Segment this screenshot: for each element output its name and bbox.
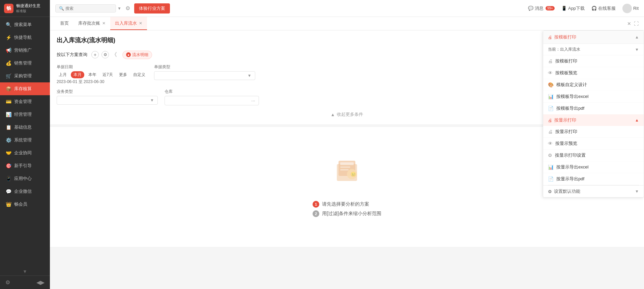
rp-template-excel[interactable]: 📊 按模板导出excel (543, 91, 644, 103)
topbar: 🔍 ▼ ⚙ 体验行业方案 💬 消息 99+ 📱 App下载 🎧 在线客服 Rit (50, 0, 644, 17)
sidebar-item-search[interactable]: 🔍 搜索菜单 (0, 18, 50, 31)
basic-icon: 📋 (5, 124, 11, 130)
sidebar-item-inventory[interactable]: 📦 库存核算 (0, 82, 50, 95)
settings-icon[interactable]: ⚙ (5, 279, 10, 286)
filter-collapse-icon[interactable]: 《 (112, 51, 117, 58)
sidebar-item-operations[interactable]: 📊 经营管理 (0, 108, 50, 121)
toggle-sidebar-icon[interactable]: ◀▶ (36, 279, 45, 286)
finance-icon: 💳 (5, 99, 11, 105)
rp-display-arrow[interactable]: ▲ (635, 118, 639, 123)
date-last-month[interactable]: 上月 (57, 71, 69, 78)
sidebar: 畅 畅捷通好生意 标准版 🔍 搜索菜单 ⚡ 快捷导航 📢 营销推广 💰 销售管理… (0, 0, 50, 289)
date-this-month[interactable]: 本月 (71, 71, 84, 78)
message-icon: 💬 (528, 6, 533, 11)
sidebar-item-label: 采购管理 (14, 73, 32, 79)
sidebar-item-enterprise[interactable]: 🤝 企业协同 (0, 147, 50, 159)
rp-template-preview[interactable]: 👁 按模板预览 (543, 67, 644, 79)
warehouse-more-icon[interactable]: ··· (251, 98, 255, 103)
tab-maximize-icon[interactable]: ⛶ (634, 21, 639, 26)
sidebar-item-member[interactable]: 👑 畅会员 (0, 198, 50, 211)
sidebar-item-sales[interactable]: 💰 销售管理 (0, 57, 50, 70)
rp-header-title: 🖨 按模板打印 (548, 34, 576, 40)
rp-template-print[interactable]: 🖨 按模板打印 (543, 55, 644, 67)
user-avatar-btn[interactable]: Rit (622, 4, 639, 13)
step1-num: 1 (313, 201, 319, 208)
date-this-year[interactable]: 本年 (86, 71, 98, 78)
sidebar-item-finance[interactable]: 💳 资金管理 (0, 95, 50, 108)
rp-default-arrow[interactable]: ▼ (635, 189, 639, 194)
topbar-search-box[interactable]: 🔍 (55, 4, 116, 12)
sidebar-item-label: 企业微信 (14, 188, 32, 194)
sidebar-item-system[interactable]: ⚙️ 系统管理 (0, 134, 50, 147)
rp-display-preview[interactable]: 👁 按显示预览 (543, 138, 644, 150)
appstore-icon: 📱 (5, 176, 11, 182)
svg-rect-3 (340, 166, 350, 168)
rp-header-up-arrow[interactable]: ▲ (635, 35, 639, 40)
collapse-icon: ▲ (331, 112, 335, 117)
date-more[interactable]: 更多 (117, 71, 129, 78)
rp-display-section[interactable]: 🖨 按显示打印 ▲ (543, 114, 644, 126)
rp-ds-icon: ⚙ (548, 153, 552, 158)
rp-display-excel[interactable]: 📊 按显示导出excel (543, 161, 644, 173)
marketing-icon: 📢 (5, 47, 11, 53)
sidebar-item-basic[interactable]: 📋 基础信息 (0, 121, 50, 134)
wechat-icon: 💬 (5, 188, 11, 194)
rp-display-settings[interactable]: ⚙ 按显示打印设置 (543, 150, 644, 161)
date-custom[interactable]: 自定义 (131, 71, 147, 78)
rp-dpv-icon: 👁 (548, 141, 553, 146)
trial-btn[interactable]: 体验行业方案 (134, 3, 170, 14)
svg-rect-2 (340, 162, 354, 165)
tab-batch-close[interactable]: ✕ (102, 21, 106, 26)
quicknav-icon: ⚡ (5, 34, 11, 41)
sidebar-item-wechat[interactable]: 💬 企业微信 (0, 185, 50, 198)
rp-tpdf-icon: 📄 (548, 106, 554, 111)
guide-icon: 🎯 (5, 163, 11, 169)
sidebar-item-guide[interactable]: 🎯 新手引导 (0, 159, 50, 172)
enterprise-icon: 🤝 (5, 150, 11, 156)
date-7days[interactable]: 近7天 (100, 71, 115, 78)
biztype-select[interactable]: ▼ (57, 96, 158, 105)
rp-display-pdf[interactable]: 📄 按显示导出pdf (543, 173, 644, 185)
rp-display-print[interactable]: 🖨 按显示打印 (543, 126, 644, 138)
tab-home[interactable]: 首页 (55, 17, 74, 30)
service-btn[interactable]: 🎧 在线客服 (591, 5, 616, 11)
sidebar-item-marketing[interactable]: 📢 营销推广 (0, 44, 50, 57)
rp-template-custom[interactable]: 🎨 模板自定义设计 (543, 79, 644, 91)
sidebar-item-label: 经营管理 (14, 111, 32, 117)
rp-default-func[interactable]: ⚙ 设置默认功能 ▼ (543, 185, 644, 197)
rp-current-arrow[interactable]: ▼ (635, 47, 639, 52)
sidebar-item-label: 营销推广 (14, 47, 32, 53)
filter-tag-icon: ● (126, 52, 131, 57)
filter-label: 按以下方案查询 (57, 52, 87, 58)
tabs: 首页 库存批次账 ✕ 出入库流水 ✕ ✕ ⛶ (50, 17, 644, 30)
tab-flow[interactable]: 出入库流水 ✕ (110, 17, 147, 30)
doctype-select[interactable]: ▼ (154, 71, 255, 80)
system-icon: ⚙️ (5, 137, 11, 143)
filter-add-btn[interactable]: + (91, 51, 99, 58)
filter-tag: ● 流水明细 (122, 51, 152, 59)
tab-close-icon[interactable]: ✕ (627, 21, 631, 26)
sidebar-item-appstore[interactable]: 📱 应用中心 (0, 172, 50, 185)
sidebar-item-purchase[interactable]: 🛒 采购管理 (0, 70, 50, 82)
app-download-btn[interactable]: 📱 App下载 (561, 5, 585, 11)
rp-display-icon: 🖨 (548, 118, 552, 123)
warehouse-select[interactable]: ··· (165, 96, 259, 105)
topbar-gear-icon[interactable]: ⚙ (125, 5, 130, 11)
page-title: 出入库流水(流水明细) (57, 36, 115, 44)
topbar-chevron-icon[interactable]: ▼ (117, 6, 121, 11)
operations-icon: 📊 (5, 111, 11, 117)
filter-gear-btn[interactable]: ⚙ (101, 51, 109, 58)
search-input[interactable] (65, 6, 109, 11)
sidebar-item-quicknav[interactable]: ⚡ 快捷导航 (0, 31, 50, 44)
sidebar-item-label: 快捷导航 (14, 34, 32, 41)
date-label: 单据日期 (57, 64, 147, 70)
tab-flow-close[interactable]: ✕ (139, 21, 142, 26)
rp-template-pdf[interactable]: 📄 按模板导出pdf (543, 103, 644, 114)
rp-header: 🖨 按模板打印 ▲ (543, 31, 644, 44)
biztype-chevron-icon: ▼ (150, 98, 154, 103)
logo-icon: 畅 (4, 4, 13, 13)
sidebar-scroll-down[interactable]: ▼ (0, 267, 50, 275)
tab-batch[interactable]: 库存批次账 ✕ (74, 17, 110, 30)
message-btn[interactable]: 💬 消息 99+ (528, 5, 555, 11)
page-content: 出入库流水(流水明细) 🖨 按模板打印 ▲ 📤 导出 🔄 刷新 (50, 30, 644, 289)
